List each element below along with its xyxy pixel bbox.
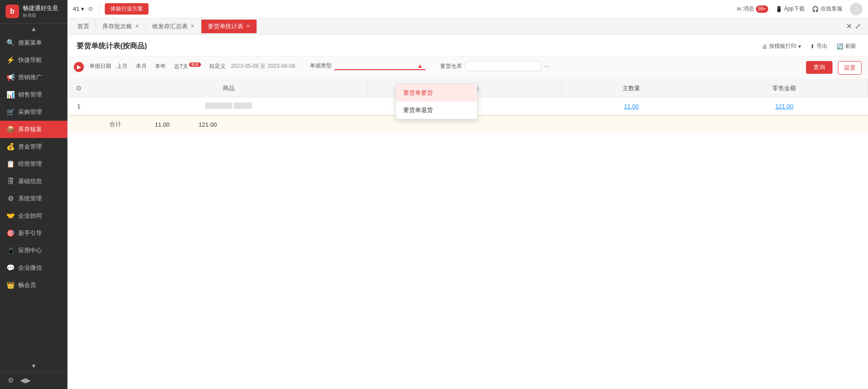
shortcut-last-month[interactable]: 上月 <box>114 61 130 71</box>
tab-order-stat[interactable]: 要货单统计表 ✕ <box>201 20 257 33</box>
page-title: 要货单统计表(按商品) <box>77 41 147 51</box>
sidebar-scroll-down[interactable]: ▼ <box>0 361 67 371</box>
col-settings[interactable]: ⚙ <box>67 80 90 97</box>
topbar-gear-icon[interactable]: ⚙ <box>88 5 93 12</box>
brand-name: 畅捷通好生意 <box>23 5 58 12</box>
sidebar-item-operation[interactable]: 📋 经营管理 <box>0 155 67 173</box>
tab-inventory-batch[interactable]: 库存批次账 ✕ <box>96 20 146 33</box>
filter-expand-btn[interactable]: ▶ <box>74 62 84 72</box>
product-code-placeholder <box>234 102 252 109</box>
sidebar-scroll-up[interactable]: ▲ <box>0 24 67 34</box>
export-btn[interactable]: ⬆ 导出 <box>807 41 830 51</box>
date-range-display: 2023-05-06 至 2023-06-06 <box>231 62 295 70</box>
nav-label-finance: 资金管理 <box>18 143 42 151</box>
page-actions: 🖨 按模板打印 ▾ ⬆ 导出 🔄 刷新 <box>759 41 859 51</box>
warehouse-more-icon[interactable]: ··· <box>544 62 550 70</box>
nav-icon-system: ⚙ <box>6 194 15 203</box>
footer-amount: 121.00 <box>185 121 231 128</box>
sidebar-bottom: ⚙ ◀▶ <box>0 371 67 389</box>
shortcut-this-month[interactable]: 本月 <box>133 61 149 71</box>
online-service-btn[interactable]: 🎧 在线客服 <box>812 5 842 13</box>
service-icon: 🎧 <box>812 6 819 12</box>
app-download-btn[interactable]: 📱 App下载 <box>776 5 805 13</box>
refresh-btn[interactable]: 🔄 刷新 <box>834 41 859 51</box>
sidebar-item-shortcut[interactable]: ⚡ 快捷导航 <box>0 51 67 69</box>
tab-inventory-batch-close[interactable]: ✕ <box>135 23 139 29</box>
sidebar-toggle-icon[interactable]: ◀▶ <box>20 376 28 384</box>
nav-icon-wechat: 💬 <box>6 264 15 272</box>
store-dropdown-icon: ▾ <box>81 5 84 12</box>
tab-order-stat-close[interactable]: ✕ <box>246 23 250 29</box>
nav-label-guide: 新手引导 <box>18 229 42 237</box>
col-cog-icon[interactable]: ⚙ <box>76 84 82 92</box>
cell-amount: 121.00 <box>701 97 868 115</box>
cell-product <box>90 97 367 115</box>
nav-label-marketing: 营销推广 <box>18 73 42 82</box>
logo-icon: b <box>5 5 19 18</box>
message-badge: 99+ <box>756 5 768 13</box>
online-service-label: 在线客服 <box>821 5 842 13</box>
nav-label-base: 基础信息 <box>18 177 42 185</box>
print-template-label: 按模板打印 <box>769 42 796 50</box>
sidebar-item-search[interactable]: 🔍 搜索菜单 <box>0 34 67 51</box>
tabs-expand[interactable]: ⤢ <box>855 22 861 31</box>
sidebar-nav: 🔍 搜索菜单 ⚡ 快捷导航 📢 营销推广 📊 销售管理 🛒 采购管理 📦 库存核… <box>0 34 67 361</box>
shortcut-7days[interactable]: 近7天更多 <box>171 61 204 72</box>
sidebar-item-marketing[interactable]: 📢 营销推广 <box>0 69 67 86</box>
dropdown-item-order-goods[interactable]: 要货单要货 <box>396 84 477 102</box>
topbar: 41 ▾ ⚙ 体验行业方案 ✉ 消息 99+ 📱 App下载 🎧 在线客服 <box>67 0 868 18</box>
sidebar-item-guide[interactable]: 🎯 新手引导 <box>0 225 67 242</box>
tabs-close-all[interactable]: ✕ <box>846 22 852 31</box>
message-icon: ✉ <box>737 6 741 12</box>
tab-recv-summary-close[interactable]: ✕ <box>190 23 195 29</box>
sidebar-item-inventory[interactable]: 📦 库存核算 <box>0 121 67 138</box>
nav-icon-sales: 📊 <box>6 91 15 99</box>
user-avatar[interactable] <box>850 3 863 15</box>
dropdown-item-order-return[interactable]: 要货单退货 <box>396 102 477 119</box>
settings-filter-btn[interactable]: 设置 <box>838 61 862 75</box>
tab-order-stat-label: 要货单统计表 <box>208 22 243 31</box>
sidebar-item-system[interactable]: ⚙ 系统管理 <box>0 190 67 207</box>
sidebar-item-purchase[interactable]: 🛒 采购管理 <box>0 103 67 121</box>
tab-home-label: 首页 <box>77 22 89 31</box>
col-amount: 零售金额 <box>701 80 868 97</box>
print-dropdown-icon: ▾ <box>798 43 801 50</box>
query-btn[interactable]: 查询 <box>806 61 832 74</box>
sidebar-item-wechat[interactable]: 💬 企业微信 <box>0 259 67 276</box>
nav-label-operation: 经营管理 <box>18 160 42 168</box>
warehouse-input[interactable] <box>465 61 541 71</box>
store-selector[interactable]: 41 ▾ <box>73 5 84 12</box>
tab-recv-summary[interactable]: 收发存汇总表 ✕ <box>146 20 201 33</box>
nav-icon-search: 🔍 <box>6 39 15 47</box>
sidebar-item-collab[interactable]: 🤝 企业协同 <box>0 207 67 225</box>
type-filter-group: 单据类型 ▲ <box>310 61 426 70</box>
tabs-bar: 首页 库存批次账 ✕ 收发存汇总表 ✕ 要货单统计表 ✕ ✕ ⤢ <box>67 18 868 35</box>
nav-icon-finance: 💰 <box>6 143 15 151</box>
nav-icon-marketing: 📢 <box>6 73 15 82</box>
settings-icon[interactable]: ⚙ <box>6 376 15 384</box>
nav-icon-shortcut: ⚡ <box>6 56 15 64</box>
nav-label-apps: 应用中心 <box>18 246 42 255</box>
print-icon: 🖨 <box>762 43 767 50</box>
type-select-input[interactable] <box>334 61 426 70</box>
brand-sub: 标准版 <box>23 12 58 19</box>
print-template-btn[interactable]: 🖨 按模板打印 ▾ <box>759 41 804 51</box>
sidebar-item-base[interactable]: 🗄 基础信息 <box>0 173 67 190</box>
shortcut-this-year[interactable]: 本年 <box>152 61 169 71</box>
warehouse-filter-group: 要货仓库 ··· <box>440 61 550 71</box>
message-btn[interactable]: ✉ 消息 99+ <box>737 5 768 13</box>
refresh-label: 刷新 <box>845 42 856 50</box>
col-quantity: 主数量 <box>562 80 701 97</box>
nav-icon-purchase: 🛒 <box>6 108 15 116</box>
trial-btn[interactable]: 体验行业方案 <box>105 3 149 15</box>
tab-home[interactable]: 首页 <box>71 20 96 33</box>
custom-date-btn[interactable]: 自定义 <box>206 61 228 71</box>
cell-quantity: 11.00 <box>562 97 701 115</box>
export-label: 导出 <box>817 42 827 50</box>
nav-label-sales: 销售管理 <box>18 91 42 99</box>
tabs-actions: ✕ ⤢ <box>846 22 864 31</box>
sidebar-item-member[interactable]: 👑 畅会员 <box>0 276 67 294</box>
sidebar-item-finance[interactable]: 💰 资金管理 <box>0 138 67 155</box>
sidebar-item-sales[interactable]: 📊 销售管理 <box>0 86 67 103</box>
sidebar-item-apps[interactable]: 📱 应用中心 <box>0 242 67 259</box>
